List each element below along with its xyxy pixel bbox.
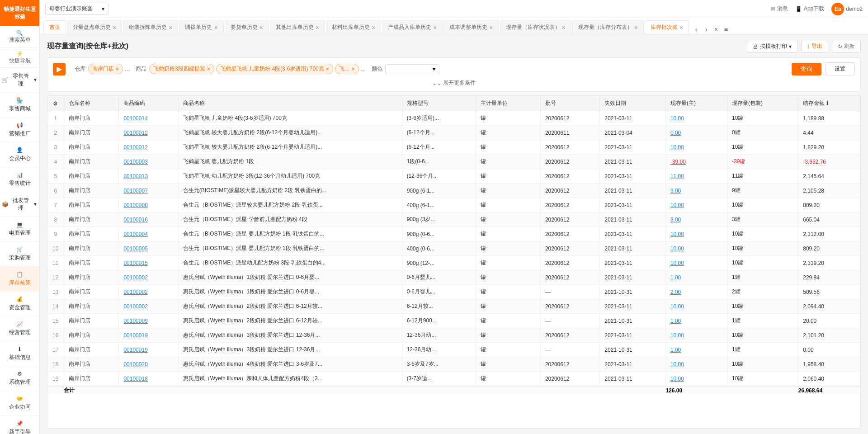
row-qty-pkg: 10罐 <box>727 372 798 387</box>
sidebar-item-purchase[interactable]: 🛒 采购管理 <box>0 242 39 267</box>
tab-close-fenpan[interactable]: × <box>113 24 116 31</box>
row-qty-main[interactable]: 3.00 <box>665 212 727 227</box>
tab-close-kucunpici[interactable]: × <box>679 24 683 31</box>
tab-close-chanzhen[interactable]: × <box>433 24 437 31</box>
tab-prev-btn[interactable]: ‹ <box>692 25 701 34</box>
sidebar-item-enterprise[interactable]: 🤝 企业协同 <box>0 391 39 416</box>
refresh-btn[interactable]: ↻ 刷新 <box>832 40 861 53</box>
row-spec: 900g (12-... <box>402 256 476 270</box>
row-expire: 2021-03-11 <box>600 212 666 227</box>
warehouse-more-btn[interactable]: … <box>125 66 130 72</box>
tab-xianzai1[interactable]: 现存量（库存状况表） × <box>500 20 571 34</box>
tab-next-btn[interactable]: › <box>702 25 711 34</box>
sidebar-item-stats[interactable]: 📊 零售统计 <box>0 167 39 192</box>
tab-close-cailiao[interactable]: × <box>372 24 375 31</box>
row-qty-main[interactable]: 1.00 <box>665 314 727 328</box>
tab-chengben[interactable]: 成本调整单历史 × <box>443 20 499 34</box>
quick-expand-btn[interactable]: ▶ <box>53 63 66 75</box>
tab-close-chengben[interactable]: × <box>489 24 493 31</box>
message-btn[interactable]: ✉ 消息 <box>771 5 788 13</box>
row-qty-main[interactable]: 1.00 <box>665 270 727 285</box>
row-expire: 2021-03-11 <box>600 241 666 256</box>
row-code: 00100018 <box>119 372 178 387</box>
sidebar-item-marketing[interactable]: 📢 营销推广 <box>0 118 39 142</box>
row-qty-main[interactable]: 10.00 <box>665 227 727 241</box>
sidebar-item-finance[interactable]: 💰 资金管理 <box>0 292 39 316</box>
product-tag-3[interactable]: 飞… × <box>335 64 359 74</box>
sidebar-item-shop[interactable]: 🏪 零售商城 <box>0 93 39 118</box>
tab-close-tiaopo[interactable]: × <box>214 24 217 31</box>
row-unit: 罐 <box>476 169 540 184</box>
sidebar-search[interactable]: 🔍 搜索英单 <box>0 26 39 48</box>
tab-home[interactable]: 首页 <box>43 20 66 34</box>
sidebar-item-member[interactable]: 👤 会员中心 <box>0 142 39 167</box>
dropdown-icon: ▾ <box>789 43 792 50</box>
product-tag-2[interactable]: 飞鹤星飞帆 儿童奶粉 4段(3-6岁适用) 700克 × <box>216 64 333 74</box>
sidebar-item-inventory[interactable]: 📋 库存核算 <box>0 267 39 292</box>
row-batch: 20200612 <box>540 169 599 184</box>
tab-close-zuche[interactable]: × <box>169 24 172 31</box>
expand-conditions-btn[interactable]: ⌄⌄ 展开更多条件 <box>432 79 476 87</box>
workspace-dropdown[interactable]: 母婴行业演示账套 ▾ <box>45 3 108 15</box>
remove-warehouse-tag[interactable]: × <box>116 66 119 72</box>
sidebar-quick-nav[interactable]: ⚡ 快捷导航 <box>0 48 39 68</box>
tab-close-xianzai1[interactable]: × <box>562 24 566 31</box>
tab-close-xianzai2[interactable]: × <box>634 24 638 31</box>
row-qty-main[interactable]: 10.00 <box>665 198 727 212</box>
row-unit: 罐 <box>476 328 540 343</box>
tab-close-yaohuo[interactable]: × <box>259 24 263 31</box>
settings-btn[interactable]: 设置 <box>825 62 855 75</box>
product-tag-1[interactable]: 飞鹤奶粉3段四罐提装 × <box>149 64 214 74</box>
row-qty-main[interactable]: 1.00 <box>665 343 727 357</box>
row-qty-main[interactable]: 10.00 <box>665 140 727 155</box>
row-qty-main[interactable]: 0.00 <box>665 126 727 140</box>
row-qty-main[interactable]: -39.00 <box>665 155 727 169</box>
tab-zuche[interactable]: 组装拆卸单历史 × <box>123 20 178 34</box>
remove-product-tag-3[interactable]: × <box>352 66 355 72</box>
sidebar-item-retail[interactable]: 🛒 零售管理 ▼ <box>0 68 39 93</box>
remove-product-tag-2[interactable]: × <box>326 66 329 72</box>
sidebar-item-ecommerce[interactable]: 💻 电商管理 <box>0 217 39 242</box>
tab-close-all-btn[interactable]: × <box>712 25 721 34</box>
row-qty-main[interactable]: 2.00 <box>665 285 727 299</box>
tab-menu-btn[interactable]: ≡ <box>722 25 731 34</box>
user-avatar[interactable]: Ea demo2 <box>831 3 863 15</box>
col-settings[interactable]: ⚙ <box>47 96 64 111</box>
tab-fenpan[interactable]: 分量盘点单历史 × <box>67 20 122 34</box>
tab-chanzhen[interactable]: 产成品入库单历史 × <box>382 20 443 34</box>
tab-xianzai2[interactable]: 现存量（库存分布表） × <box>572 20 644 34</box>
sidebar-item-business[interactable]: 📈 经营管理 <box>0 316 39 341</box>
tab-yaohuo[interactable]: 要货单历史 × <box>225 20 269 34</box>
product-more-btn[interactable]: … <box>361 66 366 72</box>
app-download-btn[interactable]: 📱 App下载 <box>795 5 824 13</box>
remove-product-tag-1[interactable]: × <box>207 66 210 72</box>
sidebar-item-system[interactable]: ⚙ 系统管理 <box>0 366 39 391</box>
tab-tiaopo[interactable]: 调拨单历史 × <box>179 20 223 34</box>
row-qty-main[interactable]: 10.00 <box>665 299 727 314</box>
row-amount: 1,189.88 <box>798 111 860 126</box>
row-qty-main[interactable]: 10.00 <box>665 111 727 126</box>
tab-close-qita[interactable]: × <box>316 24 319 31</box>
row-no: 4 <box>47 155 64 169</box>
row-qty-main[interactable]: 10.00 <box>665 328 727 343</box>
color-select[interactable]: ▾ <box>385 64 439 74</box>
tab-cailiao[interactable]: 材料出库单历史 × <box>326 20 381 34</box>
tab-qita[interactable]: 其他出库单历史 × <box>270 20 325 34</box>
row-amount: 509.56 <box>798 285 860 299</box>
warehouse-tag-nanan[interactable]: 南岸门店 × <box>88 64 123 74</box>
row-qty-main[interactable]: 10.00 <box>665 256 727 270</box>
query-btn[interactable]: 查询 <box>792 63 821 75</box>
row-qty-main[interactable]: 10.00 <box>665 357 727 372</box>
sidebar-item-guide[interactable]: 📌 新手引导 <box>0 416 39 434</box>
template-print-btn[interactable]: 🖨 按模板打印 ▾ <box>747 40 797 53</box>
row-qty-main[interactable]: 11.00 <box>665 169 727 184</box>
row-qty-main[interactable]: 10.00 <box>665 372 727 387</box>
table-footer-row: 合计 126.00 26,968.64 <box>47 386 860 394</box>
sidebar-item-base[interactable]: ℹ 基础信息 <box>0 341 39 366</box>
export-btn[interactable]: ↑ 导出 <box>801 40 828 53</box>
row-qty-main[interactable]: 10.00 <box>665 241 727 256</box>
sidebar-item-batch[interactable]: 📦 批发管理 ▼ <box>0 192 39 217</box>
row-qty-main[interactable]: 9.00 <box>665 184 727 198</box>
row-no: 19 <box>47 372 64 387</box>
tab-kucunpici[interactable]: 库存批次账 × <box>645 20 689 34</box>
